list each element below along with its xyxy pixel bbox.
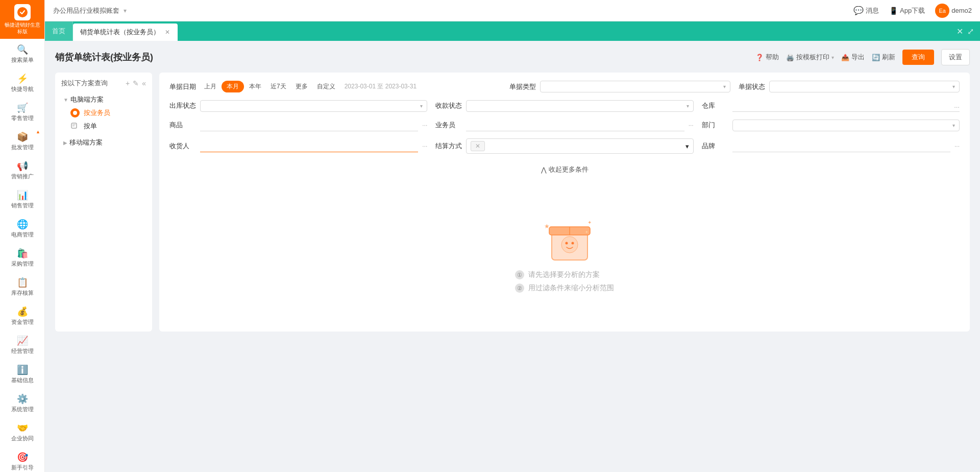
tab-sales-stat[interactable]: 销货单统计表（按业务员） ✕ — [73, 23, 178, 41]
sidebar-item-finance[interactable]: 💰 资金管理 — [0, 301, 44, 330]
outstock-select[interactable]: ▾ — [200, 100, 427, 112]
scheme-collapse-icon[interactable]: « — [142, 79, 146, 87]
sidebar-item-newguide[interactable]: 🎯 新手引导 — [0, 446, 44, 472]
dropdown-arrow-icon[interactable]: ▾ — [124, 7, 127, 14]
sidebar-item-basics[interactable]: ℹ️ 基础信息 — [0, 359, 44, 388]
date-tab-thismonth[interactable]: 本月 — [222, 81, 244, 92]
help-button[interactable]: ❓ 帮助 — [755, 53, 779, 62]
sidebar-label-sales: 销售管理 — [11, 202, 34, 209]
scheme-edit-icon[interactable]: ✎ — [133, 79, 139, 87]
sidebar-item-enterprise[interactable]: 🤝 企业协同 — [0, 417, 44, 446]
sidebar-item-system[interactable]: ⚙️ 系统管理 — [0, 388, 44, 417]
settlement-tag-remove[interactable]: ✕ — [475, 143, 480, 150]
settlement-select[interactable]: ✕ ▾ — [466, 138, 693, 154]
goods-input[interactable] — [200, 119, 418, 131]
scheme-add-icon[interactable]: + — [126, 79, 130, 87]
collapse-label: 收起更多条件 — [549, 165, 589, 174]
filter-order-status: 单据状态 ▾ — [739, 81, 960, 92]
filter-settlement: 结算方式 ✕ ▾ — [435, 138, 693, 154]
inventory-icon: 📋 — [17, 277, 28, 288]
download-icon: 📱 — [889, 7, 898, 15]
sidebar-label-wholesale: 批发管理 — [11, 144, 34, 151]
app-download-button[interactable]: 📱 App下载 — [889, 6, 925, 15]
sidebar-item-retail[interactable]: 🛒 零售管理 — [0, 97, 44, 126]
goods-dots-icon[interactable]: ··· — [422, 122, 427, 129]
empty-tips: ① 请先选择要分析的方案 ② 用过滤条件来缩小分析范围 — [515, 270, 614, 293]
warehouse-input[interactable] — [732, 100, 960, 112]
filter-department: 部门 ▾ — [702, 120, 960, 131]
order-item-icon — [70, 122, 78, 131]
sidebar-label-retail: 零售管理 — [11, 114, 34, 122]
svg-point-9 — [566, 242, 568, 245]
print-icon: 🖨️ — [786, 54, 794, 61]
brand-input[interactable] — [732, 140, 950, 152]
sidebar-item-wholesale[interactable]: 📦 批发管理 ▲ — [0, 126, 44, 155]
collapse-conditions-button[interactable]: ⋀ 收起更多条件 — [169, 161, 960, 178]
tree-category-label: 电脑端方案 — [70, 95, 104, 104]
tab-close-window-icon[interactable]: ✕ — [957, 27, 963, 36]
tab-expand-icon[interactable]: ⤢ — [967, 27, 974, 36]
scheme-label-order: 按单 — [84, 122, 97, 131]
sidebar-item-purchase[interactable]: 🛍️ 采购管理 — [0, 243, 44, 272]
payment-select[interactable]: ▾ — [466, 100, 693, 112]
sidebar-item-marketing[interactable]: 📢 营销推广 — [0, 155, 44, 184]
date-tab-custom[interactable]: 自定义 — [313, 81, 339, 92]
date-tab-thisyear[interactable]: 本年 — [245, 81, 265, 92]
sidebar-item-inventory[interactable]: 📋 库存核算 — [0, 272, 44, 301]
date-tab-7days[interactable]: 近7天 — [266, 81, 290, 92]
scheme-label-salesperson: 按业务员 — [84, 108, 110, 117]
outstock-label: 出库状态 — [169, 101, 196, 110]
avatar: Ea — [935, 4, 949, 18]
sidebar-item-sales[interactable]: 📊 销售管理 — [0, 184, 44, 214]
tip-text-2: 用过滤条件来缩小分析范围 — [528, 284, 614, 293]
sidebar-item-ecommerce[interactable]: 🌐 电商管理 — [0, 214, 44, 243]
tree-category-mobile[interactable]: ▶ 移动端方案 — [59, 136, 148, 149]
tab-close-icon[interactable]: ✕ — [165, 29, 170, 36]
export-button[interactable]: 📤 导出 — [841, 53, 865, 62]
settings-button[interactable]: 设置 — [941, 49, 970, 65]
empty-tip-2: ② 用过滤条件来缩小分析范围 — [515, 284, 614, 293]
receiver-label: 收货人 — [169, 141, 196, 151]
filter-outstock: 出库状态 ▾ — [169, 100, 427, 112]
department-select[interactable]: ▾ — [732, 120, 960, 131]
empty-tip-1: ① 请先选择要分析的方案 — [515, 270, 614, 279]
tree-category-pc[interactable]: ▼ 电脑端方案 — [59, 93, 148, 106]
department-label: 部门 — [702, 121, 728, 130]
filter-row-2: 出库状态 ▾ 收款状态 ▾ 仓库 — [169, 100, 960, 112]
filter-brand: 品牌 ··· — [702, 140, 960, 152]
print-button[interactable]: 🖨️ 按模板打印 ▾ — [786, 53, 834, 62]
query-button[interactable]: 查询 — [902, 50, 934, 65]
tree-item-by-order[interactable]: 按单 — [66, 120, 148, 133]
outstock-arrow-icon: ▾ — [420, 103, 423, 109]
sidebar-label-enterprise: 企业协同 — [11, 435, 34, 442]
purchase-icon: 🛍️ — [17, 248, 28, 259]
refresh-button[interactable]: 🔄 刷新 — [872, 53, 895, 62]
sidebar-label-operations: 经营管理 — [11, 347, 34, 355]
sidebar-item-quicknav[interactable]: ⚡ 快捷导航 — [0, 68, 44, 97]
tree-expand-icon: ▼ — [63, 97, 68, 103]
wholesale-icon: 📦 — [17, 131, 28, 143]
sidebar-item-search[interactable]: 🔍 搜索菜单 — [0, 39, 44, 68]
app-logo[interactable]: 畅捷进销好生意 标版 — [0, 0, 44, 39]
filter-panel: 单据日期 上月 本月 本年 近7天 更多 自定义 2023-03-01 至 20… — [159, 73, 970, 332]
order-type-select[interactable]: ▾ — [540, 81, 730, 92]
retail-icon: 🛒 — [17, 102, 28, 113]
message-button[interactable]: 💬 消息 — [853, 6, 879, 15]
salesperson-dots-icon[interactable]: ··· — [689, 122, 694, 129]
date-tab-lastmonth[interactable]: 上月 — [200, 81, 220, 92]
sidebar-label-ecommerce: 电商管理 — [11, 231, 34, 239]
sidebar-item-operations[interactable]: 📈 经营管理 — [0, 330, 44, 359]
basics-icon: ℹ️ — [17, 364, 28, 375]
tree-expand-mobile-icon: ▶ — [63, 140, 67, 146]
receiver-dots-icon[interactable]: ··· — [422, 143, 427, 150]
brand-dots-icon[interactable]: ··· — [954, 143, 960, 150]
wholesale-arrow: ▲ — [36, 129, 40, 134]
date-tab-more[interactable]: 更多 — [291, 81, 312, 92]
user-name: demo2 — [951, 7, 972, 14]
tree-item-by-salesperson[interactable]: 按业务员 — [66, 106, 148, 120]
user-menu[interactable]: Ea demo2 — [935, 4, 972, 18]
salesperson-input[interactable] — [466, 119, 684, 131]
order-status-select[interactable]: ▾ — [769, 81, 960, 92]
receiver-input[interactable] — [200, 140, 418, 152]
tab-home[interactable]: 首页 — [45, 21, 73, 41]
